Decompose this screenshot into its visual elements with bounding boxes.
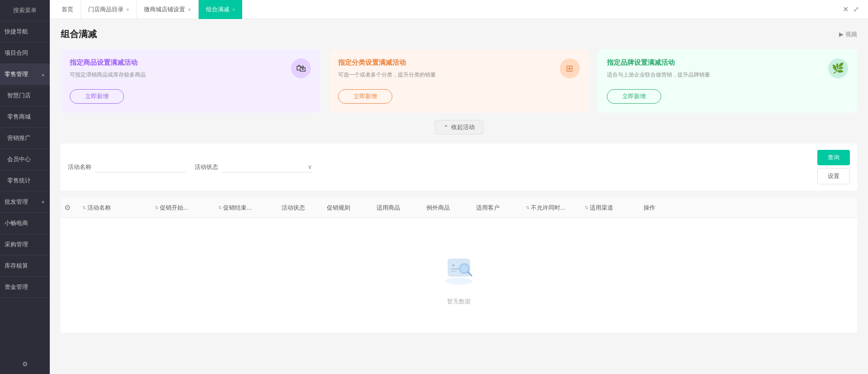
goods-discount-desc: 可指定滞销商品或库存较多商品 [70, 71, 311, 79]
activity-card-category-discount: ⊞ 指定分类设置满减活动 可选一个或者多个分类，提升分类的销量 立即新增 [329, 49, 588, 113]
activity-card-goods-discount: 🛍 指定商品设置满减活动 可指定滞销商品或库存较多商品 立即新增 [61, 49, 320, 113]
th-promo-start: ⇅ 促销开始... [155, 204, 218, 212]
empty-text: 暂无数据 [447, 297, 471, 306]
sidebar-item-member-center[interactable]: 会员中心 [0, 149, 50, 170]
brand-discount-icon: 🌿 [828, 58, 848, 78]
window-close-btn[interactable]: ✕ [843, 5, 849, 14]
sort-icon[interactable]: ⇅ [585, 205, 588, 210]
sort-icon[interactable]: ⇅ [155, 205, 158, 210]
tab-store-catalog[interactable]: 门店商品目录 × [81, 0, 137, 19]
sidebar-item-purchase-management[interactable]: 采购管理 [0, 234, 50, 255]
tab-close-icon[interactable]: × [126, 7, 129, 12]
tab-bar: 首页 门店商品目录 × 微商城店铺设置 × 组合满减 × ✕ ⤢ [50, 0, 868, 19]
data-table: ⚙ ⇅ 活动名称 ⇅ 促销开始... ⇅ 促销结束... 活动状态 [61, 198, 857, 333]
play-icon: ▶ [839, 31, 844, 38]
sidebar-item-smart-store[interactable]: 智慧门店 [0, 85, 50, 106]
main-content: 首页 门店商品目录 × 微商城店铺设置 × 组合满减 × ✕ ⤢ 组合满减 ▶ … [50, 0, 868, 374]
sidebar-item-wholesale-management[interactable]: 批发管理 ▼ [0, 192, 50, 213]
brand-discount-desc: 适合与上游企业联合做营销，提升品牌销量 [607, 71, 848, 79]
th-operation: 操作 [644, 204, 854, 212]
th-promo-rule: 促销规则 [327, 204, 377, 212]
empty-state: 暂无数据 [61, 218, 857, 333]
brand-discount-title: 指定品牌设置满减活动 [607, 58, 848, 67]
tab-home[interactable]: 首页 [54, 0, 81, 19]
sort-icon[interactable]: ⇅ [218, 205, 222, 210]
brand-discount-add-btn[interactable]: 立即新增 [607, 89, 661, 104]
svg-rect-7 [451, 269, 459, 269]
activity-status-select[interactable]: ∨ [222, 162, 312, 173]
tab-close-icon[interactable]: × [232, 7, 235, 12]
tab-mini-store-settings[interactable]: 微商城店铺设置 × [137, 0, 198, 19]
page-title: 组合满减 [61, 28, 97, 40]
filter-action-buttons: 查询 设置 [817, 150, 850, 184]
gear-icon: ⚙ [22, 360, 28, 368]
empty-illustration [436, 245, 482, 290]
activity-card-brand-discount: 🌿 指定品牌设置满减活动 适合与上游企业联合做营销，提升品牌销量 立即新增 [598, 49, 857, 113]
window-maximize-btn[interactable]: ⤢ [853, 5, 859, 14]
table-header: ⚙ ⇅ 活动名称 ⇅ 促销开始... ⇅ 促销结束... 活动状态 [61, 198, 857, 218]
th-applicable-channel: ⇅ 适用渠道 [585, 204, 644, 212]
goods-discount-title: 指定商品设置满减活动 [70, 58, 311, 67]
activity-name-input[interactable] [95, 162, 186, 173]
th-promo-end: ⇅ 促销结束... [218, 204, 281, 212]
sidebar-item-retail-management[interactable]: 零售管理 ▲ [0, 64, 50, 85]
tab-combo-discount[interactable]: 组合满减 × [199, 0, 243, 19]
th-gear[interactable]: ⚙ [64, 203, 82, 212]
svg-point-0 [445, 278, 472, 285]
sort-icon[interactable]: ⇅ [526, 205, 529, 210]
th-exception-goods: 例外商品 [426, 204, 476, 212]
filter-row: 活动名称 活动状态 ∨ 查询 设置 [61, 144, 857, 191]
query-button[interactable]: 查询 [817, 150, 850, 165]
th-applicable-customer: 适用客户 [476, 204, 526, 212]
video-link[interactable]: ▶ 视频 [839, 30, 857, 38]
th-activity-name: ⇅ 活动名称 [82, 204, 155, 212]
th-not-allow-same-time: ⇅ 不允许同时... [526, 204, 585, 212]
sidebar-item-funds-management[interactable]: 资金管理 [0, 277, 50, 298]
goods-discount-icon: 🛍 [291, 58, 311, 78]
activity-cards: 🛍 指定商品设置满减活动 可指定滞销商品或库存较多商品 立即新增 ⊞ 指定分类设… [61, 49, 857, 113]
filter-activity-status-group: 活动状态 ∨ [195, 162, 312, 173]
category-discount-title: 指定分类设置满减活动 [338, 58, 579, 67]
sidebar-item-quick-nav[interactable]: 快捷导航 [0, 21, 50, 43]
sidebar-settings-btn[interactable]: ⚙ [0, 354, 50, 374]
sidebar-item-marketing[interactable]: 营销推广 [0, 128, 50, 149]
collapse-bar: ⌃ 收起活动 [61, 120, 857, 134]
th-applicable-goods: 适用商品 [377, 204, 426, 212]
sidebar-item-retail-mall[interactable]: 零售商城 [0, 106, 50, 128]
gear-settings-icon: ⚙ [64, 203, 71, 212]
sidebar-item-inventory-accounting[interactable]: 库存核算 [0, 255, 50, 277]
chevron-up-icon: ▲ [41, 72, 45, 77]
category-discount-desc: 可选一个或者多个分类，提升分类的销量 [338, 71, 579, 79]
window-controls: ✕ ⤢ [843, 5, 863, 14]
svg-rect-8 [451, 271, 457, 272]
sidebar: 搜索菜单 快捷导航 项目合同 零售管理 ▲ 智慧门店 零售商城 营销推广 会员中… [0, 0, 50, 374]
collapse-icon: ⌃ [444, 124, 448, 131]
sidebar-item-project-contract[interactable]: 项目合同 [0, 43, 50, 64]
setting-button[interactable]: 设置 [817, 168, 850, 184]
svg-point-6 [453, 264, 454, 266]
goods-discount-add-btn[interactable]: 立即新增 [70, 89, 124, 104]
category-discount-add-btn[interactable]: 立即新增 [338, 89, 392, 104]
sidebar-item-retail-stats[interactable]: 零售统计 [0, 170, 50, 192]
activity-name-label: 活动名称 [68, 163, 91, 171]
select-chevron-down-icon: ∨ [308, 163, 312, 170]
page-header: 组合满减 ▶ 视频 [61, 28, 857, 40]
page-content-area: 组合满减 ▶ 视频 🛍 指定商品设置满减活动 可指定滞销商品或库存较多商品 立即… [50, 19, 868, 374]
category-discount-icon: ⊞ [560, 58, 580, 78]
chevron-down-icon: ▼ [41, 200, 45, 205]
svg-point-4 [461, 265, 468, 272]
collapse-activity-btn[interactable]: ⌃ 收起活动 [435, 120, 483, 134]
th-activity-status: 活动状态 [281, 204, 327, 212]
sidebar-search[interactable]: 搜索菜单 [0, 0, 50, 21]
tab-close-icon[interactable]: × [188, 7, 191, 12]
sort-icon[interactable]: ⇅ [82, 205, 86, 210]
sidebar-item-xiaochang-ecommerce[interactable]: 小畅电商 [0, 213, 50, 234]
filter-activity-name-group: 活动名称 [68, 162, 186, 173]
activity-status-label: 活动状态 [195, 163, 218, 171]
